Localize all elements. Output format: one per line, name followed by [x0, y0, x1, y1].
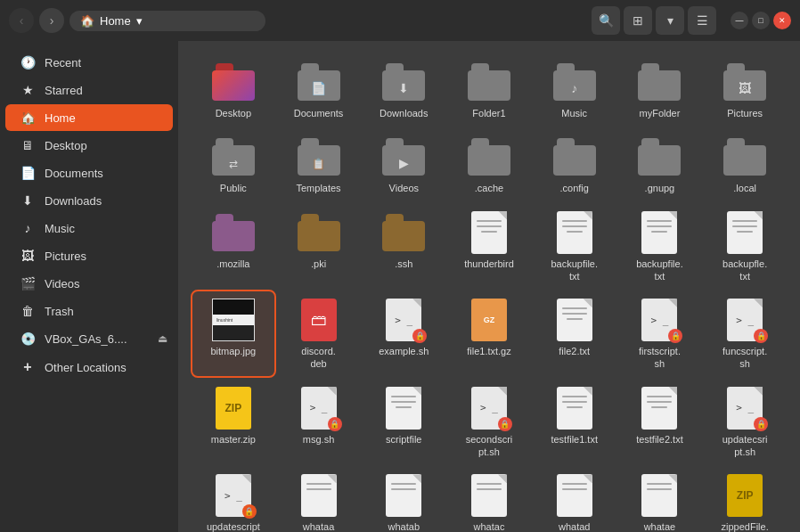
- forward-button[interactable]: ›: [39, 8, 64, 33]
- breadcrumb: 🏠 Home ▾: [69, 11, 265, 31]
- lock-badge: 🔒: [328, 417, 342, 431]
- folder-icon: [468, 135, 510, 178]
- list-item[interactable]: .ssh: [363, 204, 445, 289]
- titlebar: ‹ › 🏠 Home ▾ 🔍 ⊞ ▾ ☰ — □ ✕: [0, 0, 800, 41]
- file-icon: ZIP: [723, 474, 766, 517]
- list-item[interactable]: Folder1: [448, 53, 530, 125]
- search-button[interactable]: 🔍: [592, 6, 620, 35]
- list-item[interactable]: .config: [534, 128, 616, 200]
- sidebar-label-videos: Videos: [45, 277, 159, 291]
- view-dropdown-button[interactable]: ▾: [656, 6, 684, 35]
- folder-icon: 📋: [298, 135, 340, 178]
- list-item[interactable]: whatac: [448, 467, 530, 532]
- view-toggle-button[interactable]: ⊞: [624, 6, 652, 35]
- list-item[interactable]: > _ 🔒 funcscript.sh: [704, 291, 786, 376]
- maximize-button[interactable]: □: [752, 12, 770, 29]
- list-item[interactable]: whatab: [363, 467, 445, 532]
- list-item[interactable]: testfile1.txt: [534, 380, 616, 464]
- list-item[interactable]: ▶ Videos: [363, 128, 445, 200]
- file-icon: GZ: [468, 299, 510, 341]
- list-item[interactable]: > _ 🔒 updatescript.sh: [192, 467, 274, 532]
- list-item[interactable]: .mozilla: [192, 204, 274, 289]
- file-grid: Desktop 📄 Documents: [192, 53, 786, 532]
- menu-button[interactable]: ☰: [688, 6, 716, 35]
- list-item[interactable]: backupfile.txt: [534, 204, 616, 289]
- file-name: .config: [559, 182, 588, 194]
- file-name: .ssh: [395, 258, 412, 270]
- eject-icon[interactable]: ⏏: [158, 332, 167, 345]
- file-name: .mozilla: [216, 258, 249, 270]
- list-item[interactable]: .gnupg: [619, 128, 701, 200]
- file-icon: [638, 211, 681, 254]
- disk-icon: 💿: [20, 331, 36, 346]
- list-item[interactable]: whatae: [619, 467, 701, 532]
- videos-icon: 🎬: [20, 276, 36, 291]
- list-item[interactable]: ⬇ Downloads: [363, 53, 445, 125]
- sidebar-label-recent: Recent: [45, 56, 159, 70]
- documents-icon: 📄: [20, 166, 36, 180]
- sidebar-item-documents[interactable]: 📄 Documents: [5, 160, 173, 186]
- file-name: Downloads: [380, 107, 428, 119]
- file-name: Desktop: [216, 107, 251, 119]
- list-item[interactable]: GZ file1.txt.gz: [448, 291, 530, 376]
- list-item[interactable]: 🗃 discord.deb: [278, 291, 360, 376]
- file-name: whatae: [644, 520, 675, 532]
- list-item[interactable]: ZIP master.zip: [192, 380, 274, 464]
- list-item[interactable]: myFolder: [619, 53, 701, 125]
- sidebar-item-trash[interactable]: 🗑 Trash: [5, 298, 173, 324]
- sidebar-label-documents: Documents: [45, 167, 159, 180]
- list-item[interactable]: 🖼 Pictures: [704, 53, 786, 125]
- list-item[interactable]: > _ 🔒 updatecsript.sh: [704, 380, 786, 464]
- list-item[interactable]: > _ 🔒 msg.sh: [278, 380, 360, 464]
- sidebar-item-home[interactable]: 🏠 Home: [5, 104, 173, 131]
- list-item[interactable]: linuxhint bitmap.jpg: [192, 291, 274, 376]
- list-item[interactable]: > _ 🔒 secondscript.sh: [448, 380, 530, 464]
- file-name: .cache: [475, 182, 503, 194]
- sidebar-item-downloads[interactable]: ⬇ Downloads: [5, 187, 173, 214]
- file-name: Music: [561, 107, 587, 119]
- sidebar-item-videos[interactable]: 🎬 Videos: [5, 270, 173, 297]
- list-item[interactable]: backupfile.txt: [619, 204, 701, 289]
- list-item[interactable]: file2.txt: [534, 291, 616, 376]
- file-icon: [553, 387, 596, 430]
- list-item[interactable]: ZIP zippedFile.zip: [704, 467, 786, 532]
- file-name: backupfile.txt: [636, 258, 683, 283]
- list-item[interactable]: ⇄ Public: [192, 128, 274, 200]
- minimize-button[interactable]: —: [731, 12, 748, 29]
- sidebar-item-other[interactable]: + Other Locations: [5, 353, 173, 381]
- file-icon: > _ 🔒: [298, 387, 340, 430]
- close-button[interactable]: ✕: [773, 12, 791, 29]
- sidebar-item-desktop[interactable]: 🖥 Desktop: [5, 132, 173, 159]
- list-item[interactable]: scriptfile: [363, 380, 445, 464]
- list-item[interactable]: testfile2.txt: [619, 380, 701, 464]
- file-name: whatac: [474, 520, 505, 532]
- home-icon: 🏠: [80, 14, 94, 28]
- list-item[interactable]: backupfle.txt: [704, 204, 786, 289]
- list-item[interactable]: ♪ Music: [534, 53, 616, 125]
- sidebar-item-music[interactable]: ♪ Music: [5, 215, 173, 241]
- sidebar-item-pictures[interactable]: 🖼 Pictures: [5, 242, 173, 269]
- folder-icon: [638, 61, 681, 103]
- sidebar-item-starred[interactable]: ★ Starred: [5, 77, 173, 103]
- file-name: scriptfile: [386, 433, 421, 446]
- list-item[interactable]: thunderbird: [448, 204, 530, 289]
- list-item[interactable]: 📋 Templates: [278, 128, 360, 200]
- file-name: whatad: [559, 520, 590, 532]
- sidebar-item-recent[interactable]: 🕐 Recent: [5, 49, 173, 76]
- list-item[interactable]: 📄 Documents: [278, 53, 360, 125]
- list-item[interactable]: > _ 🔒 firstscript.sh: [619, 291, 701, 376]
- list-item[interactable]: .local: [704, 128, 786, 200]
- list-item[interactable]: Desktop: [192, 53, 274, 125]
- lock-badge: 🔒: [754, 417, 768, 431]
- sidebar-item-vbox[interactable]: 💿 VBox_GAs_6.... ⏏: [5, 325, 173, 352]
- list-item[interactable]: whataa: [278, 467, 360, 532]
- file-name: file1.txt.gz: [467, 345, 511, 357]
- other-locations-icon: +: [20, 359, 36, 375]
- list-item[interactable]: > _ 🔒 example.sh: [363, 291, 445, 376]
- file-icon: [553, 299, 596, 341]
- back-button[interactable]: ‹: [9, 8, 34, 33]
- list-item[interactable]: .pki: [278, 204, 360, 289]
- list-item[interactable]: .cache: [448, 128, 530, 200]
- list-item[interactable]: whatad: [534, 467, 616, 532]
- file-name: example.sh: [379, 345, 429, 357]
